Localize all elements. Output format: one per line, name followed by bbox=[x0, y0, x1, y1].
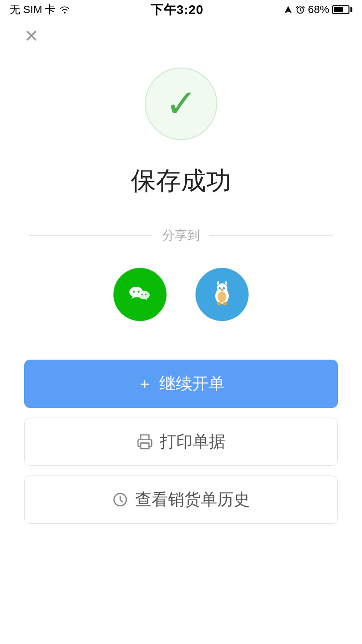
close-button[interactable]: ✕ bbox=[19, 24, 43, 48]
qq-icon bbox=[207, 280, 237, 309]
wechat-icon bbox=[125, 280, 155, 309]
history-label: 查看销货单历史 bbox=[135, 489, 250, 511]
history-button[interactable]: 查看销货单历史 bbox=[24, 476, 338, 524]
wechat-share-button[interactable] bbox=[113, 268, 167, 321]
svg-point-3 bbox=[133, 291, 135, 293]
print-label: 打印单据 bbox=[160, 431, 225, 453]
printer-icon bbox=[137, 434, 153, 450]
status-left: 无 SIM 卡 bbox=[10, 2, 70, 17]
continue-button[interactable]: ＋ 继续开单 bbox=[24, 360, 338, 408]
svg-point-5 bbox=[141, 294, 142, 295]
history-icon bbox=[112, 491, 128, 508]
alarm-icon bbox=[295, 5, 305, 14]
svg-point-14 bbox=[218, 292, 226, 302]
svg-point-4 bbox=[138, 291, 139, 293]
svg-point-15 bbox=[217, 302, 222, 305]
location-icon bbox=[284, 5, 292, 14]
plus-icon: ＋ bbox=[137, 373, 153, 394]
sim-status: 无 SIM 卡 bbox=[10, 2, 56, 17]
status-time: 下午3:20 bbox=[151, 1, 204, 18]
svg-point-2 bbox=[138, 291, 150, 299]
success-circle: ✓ bbox=[145, 68, 217, 140]
close-icon: ✕ bbox=[24, 28, 39, 45]
battery-icon bbox=[332, 5, 352, 14]
status-bar: 无 SIM 卡 下午3:20 68% bbox=[0, 0, 362, 19]
svg-rect-18 bbox=[141, 443, 149, 448]
svg-point-11 bbox=[220, 287, 221, 288]
divider-line-right bbox=[209, 235, 333, 236]
print-button[interactable]: 打印单据 bbox=[24, 418, 338, 466]
svg-point-9 bbox=[219, 287, 222, 290]
share-label: 分享到 bbox=[153, 227, 209, 244]
svg-point-13 bbox=[221, 289, 223, 291]
svg-point-16 bbox=[223, 302, 227, 305]
svg-point-12 bbox=[224, 287, 225, 288]
success-title: 保存成功 bbox=[131, 164, 231, 198]
battery-percent: 68% bbox=[308, 3, 329, 16]
share-divider: 分享到 bbox=[0, 227, 362, 244]
checkmark-icon: ✓ bbox=[165, 84, 197, 123]
continue-label: 继续开单 bbox=[159, 373, 225, 395]
status-right: 68% bbox=[284, 3, 352, 16]
wifi-icon bbox=[59, 6, 70, 14]
divider-line-left bbox=[29, 235, 153, 236]
share-icons bbox=[113, 268, 249, 321]
action-buttons: ＋ 继续开单 打印单据 查看销货单历史 bbox=[0, 360, 362, 524]
qq-share-button[interactable] bbox=[195, 268, 249, 321]
main-content: ✓ 保存成功 分享到 bbox=[0, 19, 362, 524]
svg-point-10 bbox=[223, 287, 225, 290]
svg-point-6 bbox=[145, 294, 146, 295]
